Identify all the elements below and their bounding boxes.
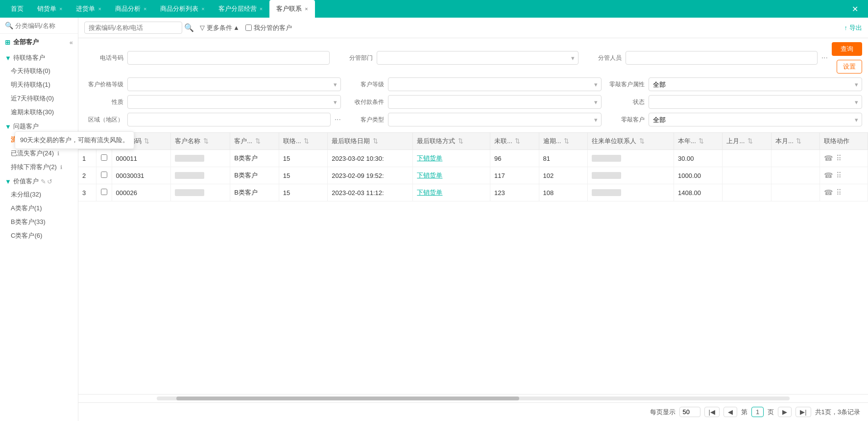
section-pending-contact[interactable]: ▼ 待联络客户: [0, 50, 78, 64]
col-this-month-sort[interactable]: ⇅: [796, 137, 801, 145]
col-customer-name-sort[interactable]: ⇅: [203, 137, 209, 145]
row1-more-icon[interactable]: ⠿: [836, 154, 842, 163]
col-contact-person-sort[interactable]: ⇅: [639, 137, 645, 145]
my-customers-checkbox[interactable]: [245, 25, 252, 31]
filter-zero-customer-select[interactable]: 全部: [649, 113, 862, 126]
filter-customer-type-select[interactable]: [388, 113, 602, 126]
row3-checkbox[interactable]: [101, 189, 107, 195]
filter-gender-select[interactable]: [127, 95, 341, 109]
sidebar-item-tomorrow[interactable]: 明天待联络(1): [0, 78, 78, 92]
close-sales-icon[interactable]: ×: [59, 6, 62, 12]
window-close-icon[interactable]: ✕: [846, 4, 864, 14]
pagination-last-btn[interactable]: ▶|: [796, 407, 811, 417]
col-last-method-sort[interactable]: ⇅: [458, 137, 463, 145]
filter-payment-label: 收付款条件: [345, 98, 384, 106]
filter-dept-field: 分管部门: [334, 51, 579, 65]
sidebar-search-input[interactable]: [15, 22, 78, 29]
filter-row-4: 区域（地区） ··· 客户类型 零敲客户 全部: [84, 113, 862, 126]
close-analysis-list-icon[interactable]: ×: [201, 6, 204, 12]
tab-purchase[interactable]: 进货单 ×: [69, 0, 108, 18]
col-customer-code-sort[interactable]: ⇅: [144, 137, 149, 145]
value-customer-refresh-icon[interactable]: ↺: [47, 178, 52, 185]
sidebar-item-c-class[interactable]: C类客户(6): [0, 229, 78, 243]
horizontal-scrollbar[interactable]: [78, 394, 868, 402]
tab-customer-tier[interactable]: 客户分层经营 ×: [212, 0, 269, 18]
close-analysis-icon[interactable]: ×: [144, 6, 146, 12]
filter-dept-select[interactable]: [377, 51, 579, 65]
filter-price-grade-select[interactable]: [127, 77, 341, 91]
settings-button[interactable]: 设置: [837, 60, 862, 74]
my-customers-checkbox-label[interactable]: 我分管的客户: [245, 24, 292, 32]
col-last-date-sort[interactable]: ⇅: [373, 137, 378, 145]
sidebar-item-7days[interactable]: 近7天待联络(0): [0, 92, 78, 105]
sidebar-item-declining[interactable]: 持续下滑客户(2) ℹ: [0, 160, 78, 174]
filter-payment-select[interactable]: [388, 95, 602, 109]
export-button[interactable]: ↑ 导出: [844, 24, 863, 32]
filter-more-conditions-button[interactable]: ▽ 更多条件 ▲: [200, 24, 240, 32]
data-table-container: ⚙ 客户编码 ⇅ 客户名称 ⇅: [78, 133, 868, 394]
tab-home[interactable]: 首页: [4, 0, 30, 18]
pagination-first-btn[interactable]: |◀: [704, 407, 720, 417]
filter-phone-input[interactable]: [127, 51, 330, 65]
row2-last-method-link[interactable]: 下销货单: [417, 172, 442, 179]
filter-price-grade-wrapper: [127, 77, 341, 91]
filter-grade-select[interactable]: [388, 77, 602, 91]
sidebar-item-unclassified[interactable]: 未分组(32): [0, 188, 78, 201]
tab-analysis-list[interactable]: 商品分析列表 ×: [153, 0, 211, 18]
row3-index: 3: [78, 184, 96, 201]
sidebar-all-customers[interactable]: ⊞ 全部客户 «: [0, 34, 78, 50]
col-overdue-sort[interactable]: ⇅: [564, 137, 569, 145]
close-customer-tier-icon[interactable]: ×: [260, 6, 263, 12]
row1-checkbox[interactable]: [101, 154, 107, 161]
col-last-month-sort[interactable]: ⇅: [747, 137, 753, 145]
filter-region-input[interactable]: [127, 113, 331, 126]
row3-more-icon[interactable]: ⠿: [836, 188, 842, 197]
query-button[interactable]: 查询: [832, 42, 862, 56]
sidebar-item-a-class[interactable]: A类客户(1): [0, 201, 78, 215]
section-value-customer[interactable]: ▼ 价值客户 ✎ ↺: [0, 174, 78, 188]
declining-info-icon[interactable]: ℹ: [60, 164, 62, 170]
scroll-thumb[interactable]: [176, 396, 519, 400]
close-customer-contact-icon[interactable]: ×: [305, 6, 308, 12]
churned-info-icon[interactable]: ℹ: [57, 150, 59, 156]
filter-search-input[interactable]: [84, 22, 182, 34]
row1-index: 1: [78, 150, 96, 167]
filter-grade-label: 客户等级: [345, 80, 384, 89]
tab-sales[interactable]: 销货单 ×: [30, 0, 69, 18]
row3-last-method-link[interactable]: 下销货单: [417, 189, 442, 196]
advanced-filter-panel: 电话号码 分管部门 分管人员 ··· 查询 设置: [78, 38, 868, 133]
close-purchase-icon[interactable]: ×: [98, 6, 101, 12]
pagination-next-btn[interactable]: ▶: [778, 407, 792, 417]
row2-last-method: 下销货单: [413, 167, 490, 184]
row1-last-method-link[interactable]: 下销货单: [417, 154, 442, 162]
row1-last-method: 下销货单: [413, 150, 490, 167]
filter-person-more-icon[interactable]: ···: [821, 53, 828, 62]
filter-zero-attr-select[interactable]: 全部: [649, 77, 862, 91]
content-area: 🔍 ▽ 更多条件 ▲ 我分管的客户 ↑ 导出 电话号码: [78, 18, 868, 421]
filter-search-button[interactable]: 🔍: [184, 23, 194, 32]
filter-status-select[interactable]: [649, 95, 862, 109]
filter-region-more-icon[interactable]: ···: [335, 115, 341, 124]
row3-chat-icon[interactable]: ☎: [824, 188, 833, 197]
tab-customer-contact[interactable]: 客户联系 ×: [269, 0, 314, 18]
sidebar-item-today[interactable]: 今天待联络(0): [0, 64, 78, 78]
filter-person-input[interactable]: [626, 51, 817, 65]
row2-checkbox[interactable]: [101, 172, 107, 178]
filter-actions: 查询 设置: [832, 42, 862, 74]
section-problem-customer[interactable]: ▼ 问题客户: [0, 119, 78, 133]
tab-analysis[interactable]: 商品分析 ×: [108, 0, 153, 18]
row1-chat-icon[interactable]: ☎: [824, 154, 833, 163]
row2-more-icon[interactable]: ⠿: [836, 171, 842, 180]
sidebar-collapse-icon[interactable]: «: [70, 39, 73, 46]
pagination-prev-btn[interactable]: ◀: [723, 407, 737, 417]
col-customer-type-sort[interactable]: ⇅: [255, 137, 261, 145]
per-page-select[interactable]: 50: [679, 407, 700, 417]
col-unlinked-sort[interactable]: ⇅: [515, 137, 520, 145]
col-this-year-sort[interactable]: ⇅: [699, 137, 704, 145]
col-contact-sort[interactable]: ⇅: [304, 137, 309, 145]
sidebar-item-b-class[interactable]: B类客户(33): [0, 215, 78, 229]
tab-analysis-list-label: 商品分析列表: [160, 4, 198, 13]
row2-chat-icon[interactable]: ☎: [824, 171, 833, 180]
sidebar-item-overdue[interactable]: 逾期未联络(30): [0, 105, 78, 119]
value-customer-edit-icon[interactable]: ✎: [41, 178, 46, 185]
